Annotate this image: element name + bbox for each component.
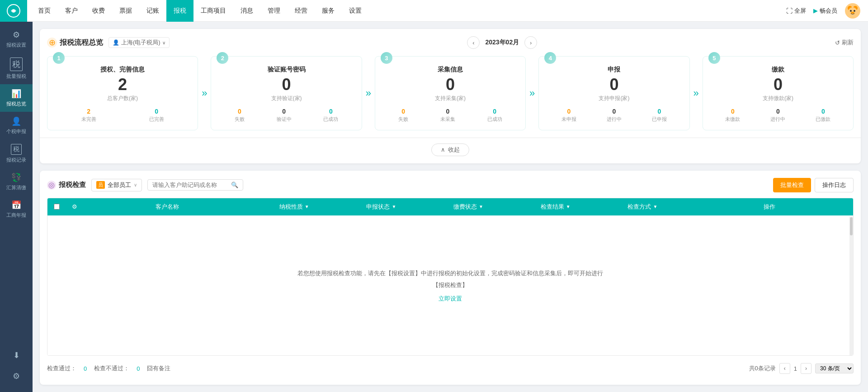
flow-title-icon: ⊕ [47,38,57,48]
flow-title-text: 报税流程总览 [60,38,103,48]
th-pay-status-label: 缴费状态 [453,203,477,211]
step-3-stat-0-num: 0 [401,108,405,115]
sidebar-item-tax-overview[interactable]: 📊 报税总览 [0,84,33,112]
step-4-stat-0-num: 0 [567,108,571,115]
sidebar-item-tax-settings[interactable]: ⚙ 报税设置 [0,25,33,53]
step-5-num: 5 [708,52,720,64]
nav-item-manage[interactable]: 管理 [260,0,288,22]
per-page-select[interactable]: 30 条/页 50 条/页 100 条/页 [815,363,854,373]
th-tax-nature-filter-icon: ▼ [305,204,309,209]
setup-link[interactable]: 立即设置 [439,295,462,303]
step-2-count: 0 [218,76,354,94]
vip-btn[interactable]: ▶ 畅会员 [813,7,837,15]
fullscreen-btn[interactable]: ⛶ 全屏 [786,7,806,15]
page-current: 1 [794,365,797,372]
nav-right: ⛶ 全屏 ▶ 畅会员 [786,3,868,19]
vip-icon: ▶ [813,7,818,14]
step-2-stat-1: 0 验证中 [277,108,292,123]
nav-item-tax[interactable]: 报税 [166,0,193,22]
annual-report-label: 工商年报 [6,212,26,219]
th-tax-nature[interactable]: 纳税性质 ▼ [250,198,338,215]
collapse-btn[interactable]: ∧ 收起 [431,143,469,156]
th-declare-status[interactable]: 申报状态 ▼ [338,198,425,215]
nav-item-invoice[interactable]: 票据 [112,0,139,22]
svg-point-6 [850,10,852,12]
th-check-result[interactable]: 检查结果 ▼ [512,198,599,215]
next-page-btn[interactable]: › [801,363,811,374]
step-3-stat-0: 0 失败 [398,108,408,123]
flow-header: ⊕ 报税流程总览 👤 上海(电子税局) ∨ ‹ 2023年02月 › ↺ 刷新 [47,36,854,49]
th-gear[interactable]: ⚙ [66,198,84,215]
staff-selector[interactable]: 员 全部员工 ∨ [91,179,142,191]
th-check-result-filter-icon: ▼ [566,204,571,209]
tax-overview-label: 报税总览 [6,100,26,107]
pass-count-link[interactable]: 0 [84,365,87,372]
search-icon[interactable]: 🔍 [231,182,238,188]
table-body: 若您想使用报税检查功能，请先在【报税设置】中进行报税的初始化设置，完成密码验证和… [47,215,853,355]
th-tax-nature-label: 纳税性质 [279,203,303,211]
personal-tax-label: 个税申报 [6,128,26,135]
step-4-count: 0 [546,76,682,94]
tax-settings-label: 报税设置 [6,42,26,48]
step-2-count-label: 支持验证(家) [218,95,354,102]
step-1-stat-1-label: 已完善 [149,116,164,123]
table-header: ⚙ 客户名称 纳税性质 ▼ 申报状态 ▼ 缴费状态 ▼ 检 [47,198,853,215]
batch-tax-icon: 税 [10,57,23,71]
th-pay-status[interactable]: 缴费状态 ▼ [425,198,512,215]
sidebar-item-annual-report[interactable]: 📅 工商年报 [0,196,33,223]
nav-item-home[interactable]: 首页 [31,0,58,22]
fail-count-link[interactable]: 0 [137,365,140,372]
step-4-stat-1-num: 0 [613,108,616,115]
step-3-title: 采集信息 [382,66,518,74]
step-5-stat-0-label: 未缴款 [725,116,740,123]
prev-page-btn[interactable]: ‹ [779,363,790,374]
th-check-method[interactable]: 检查方式 ▼ [599,198,686,215]
nav-item-business[interactable]: 工商项目 [193,0,233,22]
flow-overview-card: ⊕ 报税流程总览 👤 上海(电子税局) ∨ ‹ 2023年02月 › ↺ 刷新 [40,29,861,163]
sidebar-item-personal-tax[interactable]: 👤 个税申报 [0,112,33,139]
step-1-stat-1-num: 0 [155,108,158,115]
th-checkbox[interactable] [47,198,66,215]
flow-title: ⊕ 报税流程总览 [47,38,103,48]
personal-tax-icon: 👤 [11,116,21,126]
flow-step-3: 3 采集信息 0 支持采集(家) 0 失败 0 未采集 [375,56,526,130]
operation-log-button[interactable]: 操作日志 [815,178,854,192]
main-layout: ⚙ 报税设置 税 批量报税 📊 报税总览 👤 个税申报 税 报税记录 💱 汇算清… [0,22,868,392]
avatar[interactable] [844,3,861,19]
batch-check-button[interactable]: 批量检查 [773,178,811,192]
sidebar-download-btn[interactable]: ⬇ [13,347,20,364]
flow-arrow-3: » [526,56,538,130]
vip-label: 畅会员 [820,7,837,15]
step-5-stats: 0 未缴款 0 进行中 0 已缴款 [710,108,846,123]
check-title: ◎ 报税检查 [47,181,86,190]
refresh-btn[interactable]: ↺ 刷新 [835,38,854,47]
search-input[interactable] [152,182,228,188]
nav-item-settings[interactable]: 设置 [342,0,369,22]
nav-item-client[interactable]: 客户 [58,0,85,22]
sidebar-bottom-settings-btn[interactable]: ⚙ [13,368,20,385]
scrollbar[interactable] [849,216,853,355]
total-label: 共0条记录 [749,364,776,373]
flow-step-1: 1 授权、完善信息 2 总客户数(家) 2 未完善 0 已完善 [47,56,198,130]
next-month-btn[interactable]: › [524,36,537,49]
step-4-stat-2-num: 0 [658,108,661,115]
sidebar-item-batch-tax[interactable]: 税 批量报税 [0,53,33,84]
logo[interactable] [0,0,27,22]
nav-item-service[interactable]: 服务 [315,0,342,22]
nav-item-operation[interactable]: 经营 [288,0,315,22]
nav-item-fee[interactable]: 收费 [85,0,112,22]
prev-month-btn[interactable]: ‹ [467,36,480,49]
step-1-count-label: 总客户数(家) [55,95,190,102]
nav-item-message[interactable]: 消息 [233,0,260,22]
month-nav: ‹ 2023年02月 › [467,36,537,49]
sidebar-item-tax-record[interactable]: 税 报税记录 [0,139,33,168]
nav-item-accounting[interactable]: 记账 [139,0,166,22]
collapse-icon: ∧ [441,146,445,153]
step-1-count: 2 [55,76,190,94]
location-selector[interactable]: 👤 上海(电子税局) ∨ [108,37,170,48]
step-5-count-label: 支持缴款(家) [710,95,846,102]
sidebar-item-settlement[interactable]: 💱 汇算清缴 [0,168,33,196]
month-text: 2023年02月 [485,38,519,47]
step-4-title: 申报 [546,66,682,74]
select-all-checkbox[interactable] [54,204,60,210]
